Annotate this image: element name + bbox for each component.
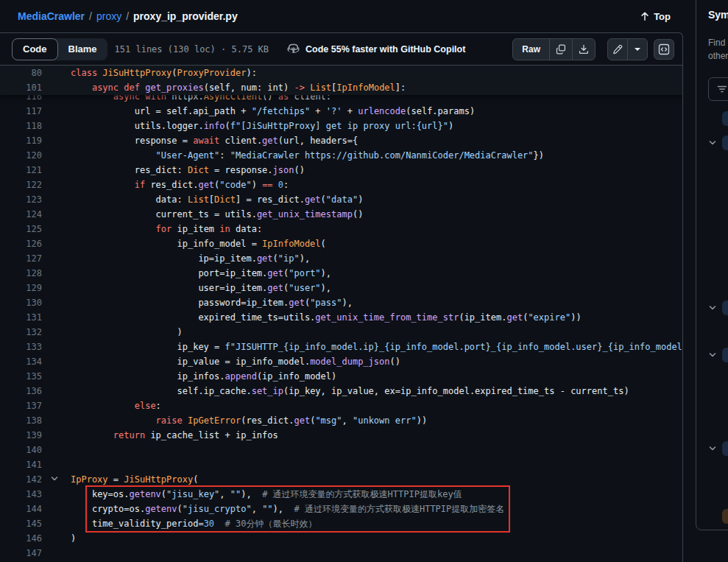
file-toolbar: Code Blame 151 lines (130 loc) · 5.75 KB… <box>0 33 682 66</box>
code-line: 132 ) <box>0 325 682 340</box>
line-number[interactable]: 118 <box>0 119 42 133</box>
line-number[interactable]: 132 <box>0 325 42 340</box>
gutter <box>42 340 71 354</box>
chevron-down-icon[interactable] <box>709 351 716 359</box>
gutter <box>42 163 71 178</box>
line-number[interactable]: 120 <box>0 148 42 163</box>
line-number[interactable]: 130 <box>0 295 42 310</box>
line-number[interactable]: 124 <box>0 207 42 222</box>
symbol-pill[interactable] <box>722 348 728 362</box>
symbol-pill[interactable] <box>722 441 728 456</box>
code-line: 80class JiSuHttpProxy(ProxyProvider): <box>0 66 682 80</box>
symbol-pill[interactable] <box>722 509 728 524</box>
chevron-down-icon[interactable] <box>709 445 716 452</box>
gutter <box>42 325 71 340</box>
line-number[interactable]: 122 <box>0 178 42 192</box>
code-text: password=ip_item.get("pass"), <box>71 295 682 310</box>
gutter <box>42 428 71 443</box>
line-number[interactable]: 140 <box>0 443 42 457</box>
download-icon <box>579 44 589 55</box>
symbol-pill[interactable] <box>722 136 728 150</box>
raw-button[interactable]: Raw <box>513 39 550 60</box>
line-number[interactable]: 146 <box>0 531 42 546</box>
line-number[interactable]: 123 <box>0 192 42 207</box>
arrow-up-icon <box>640 11 650 21</box>
chevron-down-icon[interactable] <box>709 139 716 147</box>
line-number[interactable]: 142 <box>0 472 42 487</box>
line-number[interactable]: 117 <box>0 104 42 119</box>
line-number[interactable]: 101 <box>0 80 42 95</box>
download-button[interactable] <box>573 39 595 60</box>
line-number[interactable]: 135 <box>0 369 42 384</box>
gutter <box>42 251 71 266</box>
code-line: 122 if res_dict.get("code") == 0: <box>0 178 682 192</box>
code-text: response = await client.get(url, headers… <box>71 133 682 148</box>
line-number[interactable]: 126 <box>0 236 42 251</box>
symbols-toggle-button[interactable] <box>654 39 674 60</box>
line-number[interactable]: 127 <box>0 251 42 266</box>
code-text: async def get_proxies(self, num: int) ->… <box>71 80 682 95</box>
line-number[interactable]: 139 <box>0 428 42 443</box>
symbol-tree-item[interactable] <box>696 441 728 456</box>
line-number[interactable]: 147 <box>0 546 42 561</box>
gutter <box>42 413 71 428</box>
line-number[interactable]: 138 <box>0 413 42 428</box>
line-number[interactable]: 143 <box>0 487 42 502</box>
symbol-pill[interactable] <box>722 301 728 315</box>
line-number[interactable]: 125 <box>0 222 42 236</box>
breadcrumb-repo-link[interactable]: MediaCrawler <box>18 10 85 22</box>
symbol-pill[interactable] <box>722 111 728 126</box>
filter-symbols-button[interactable] <box>708 77 728 101</box>
line-number[interactable]: 136 <box>0 384 42 398</box>
file-container: Code Blame 151 lines (130 loc) · 5.75 KB… <box>0 32 683 562</box>
line-number[interactable]: 129 <box>0 281 42 295</box>
line-number[interactable]: 144 <box>0 502 42 516</box>
code-text: crypto=os.getenv("jisu_crypto", ""), # 通… <box>71 502 682 516</box>
symbol-tree-item[interactable] <box>696 509 728 524</box>
line-number[interactable]: 131 <box>0 310 42 325</box>
code-text: expired_time_ts=utils.get_unix_time_from… <box>71 310 682 325</box>
code-text: raise IpGetError(res_dict.get("msg", "un… <box>71 413 682 428</box>
gutter <box>42 310 71 325</box>
line-number[interactable]: 141 <box>0 457 42 472</box>
code-text: port=ip_item.get("port"), <box>71 266 682 281</box>
fold-chevron-icon[interactable] <box>51 475 58 482</box>
code-line: 126 ip_info_model = IpInfoModel( <box>0 236 682 251</box>
code-line: 123 data: List[Dict] = res_dict.get("dat… <box>0 192 682 207</box>
line-number[interactable]: 137 <box>0 398 42 413</box>
chevron-down-icon[interactable] <box>709 304 716 312</box>
symbol-tree-item[interactable] <box>696 348 728 362</box>
symbol-tree-item[interactable] <box>696 136 728 150</box>
line-number[interactable]: 128 <box>0 266 42 281</box>
tab-code[interactable]: Code <box>12 38 58 60</box>
code-line: 131 expired_time_ts=utils.get_unix_time_… <box>0 310 682 325</box>
back-to-top-button[interactable]: Top <box>640 11 671 22</box>
code-text <box>71 443 682 457</box>
gutter <box>42 192 71 207</box>
line-number[interactable]: 119 <box>0 133 42 148</box>
line-number[interactable]: 133 <box>0 340 42 354</box>
breadcrumb-folder-link[interactable]: proxy <box>96 10 121 22</box>
tab-blame[interactable]: Blame <box>58 38 107 60</box>
code-text: IpProxy = JiSuHttpProxy( <box>71 472 682 487</box>
line-number[interactable]: 80 <box>0 66 42 80</box>
symbol-tree-item[interactable] <box>696 111 728 126</box>
copy-raw-button[interactable] <box>550 39 573 60</box>
gutter <box>42 457 71 472</box>
gutter <box>42 178 71 192</box>
edit-file-button[interactable] <box>608 39 628 60</box>
line-number[interactable]: 134 <box>0 354 42 369</box>
line-number[interactable]: 145 <box>0 516 42 531</box>
filter-icon <box>716 83 728 95</box>
symbols-panel-description: Find definitions and references for func… <box>708 36 728 63</box>
code-line: 135 ip_infos.append(ip_info_model) <box>0 369 682 384</box>
copilot-banner[interactable]: Code 55% faster with GitHub Copilot <box>287 33 465 65</box>
symbol-tree-item[interactable] <box>696 301 728 315</box>
gutter <box>42 369 71 384</box>
code-text: ip=ip_item.get("ip"), <box>71 251 682 266</box>
code-text: ) <box>71 531 682 546</box>
edit-dropdown-button[interactable] <box>628 39 647 60</box>
gutter <box>42 80 71 95</box>
gutter <box>42 531 71 546</box>
line-number[interactable]: 121 <box>0 163 42 178</box>
